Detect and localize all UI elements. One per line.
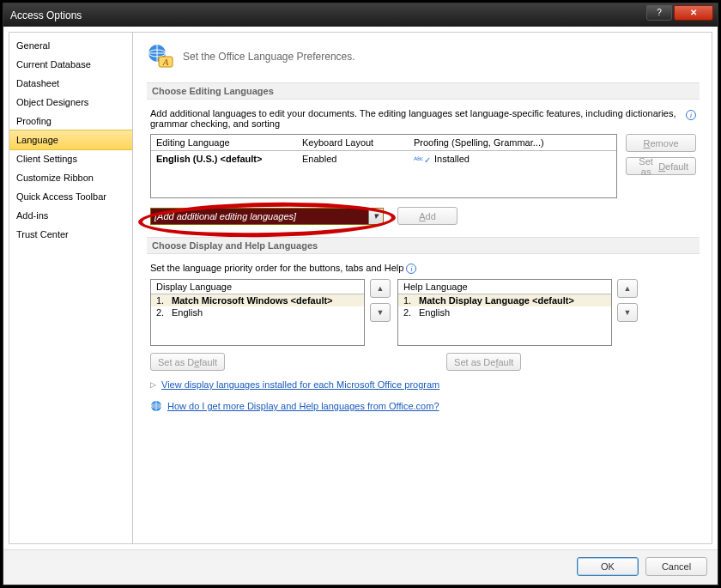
help-language-list[interactable]: Help Language 1. Match Display Language … (397, 279, 612, 346)
chevron-up-icon: ▲ (377, 284, 385, 293)
list-item[interactable]: 2. English (151, 306, 364, 318)
set-default-button[interactable]: Set as Default (626, 157, 696, 175)
info-icon[interactable]: i (686, 110, 696, 120)
sidebar-item-label: Proofing (16, 116, 52, 126)
list-item-text: Match Display Language <default> (419, 295, 574, 306)
section-display-help-head: Choose Display and Help Languages (147, 237, 700, 254)
sidebar-item-label: General (16, 40, 50, 51)
display-help-description: Set the language priority order for the … (147, 263, 700, 279)
display-language-list[interactable]: Display Language 1. Match Microsoft Wind… (150, 279, 365, 346)
sidebar-item-label: Customize Ribbon (16, 173, 94, 183)
table-header: Editing Language Keyboard Layout Proofin… (151, 135, 616, 151)
sidebar-item-label: Trust Center (16, 229, 69, 239)
section-editing-languages-head: Choose Editing Languages (147, 82, 700, 100)
sidebar-item-quick-access-toolbar[interactable]: Quick Access Toolbar (9, 187, 132, 206)
set-default-help-button[interactable]: Set as Default (446, 353, 521, 371)
list-item-num: 1. (156, 295, 172, 306)
dialog-footer: OK Cancel (3, 549, 718, 585)
sidebar-item-datasheet[interactable]: Datasheet (9, 74, 132, 93)
sidebar-item-proofing[interactable]: Proofing (9, 112, 132, 130)
table-row[interactable]: English (U.S.) <default> Enabled ᴬᴮᶜ✓Ins… (151, 151, 616, 167)
list-item[interactable]: 2. English (398, 306, 611, 318)
sidebar-item-customize-ribbon[interactable]: Customize Ribbon (9, 168, 132, 187)
dialog-body: General Current Database Datasheet Objec… (3, 27, 718, 549)
list-item[interactable]: 1. Match Microsoft Windows <default> (151, 294, 364, 306)
list-item-text: English (419, 307, 450, 318)
sidebar-item-object-designers[interactable]: Object Designers (9, 93, 132, 112)
page-heading: A Set the Office Language Preferences. (147, 38, 700, 82)
sidebar-item-label: Current Database (16, 59, 91, 70)
editing-languages-table[interactable]: Editing Language Keyboard Layout Proofin… (150, 134, 617, 198)
sidebar-item-label: Add-ins (16, 210, 48, 221)
sidebar-item-label: Quick Access Toolbar (16, 191, 106, 202)
move-up-button[interactable]: ▲ (370, 279, 391, 298)
cell-proofing: ᴬᴮᶜ✓Installed (409, 151, 616, 167)
sidebar-item-trust-center[interactable]: Trust Center (9, 225, 132, 244)
view-display-languages-link[interactable]: View display languages installed for eac… (161, 379, 439, 390)
close-button[interactable]: ✕ (674, 5, 713, 21)
ok-label: OK (601, 561, 615, 572)
svg-text:A: A (162, 57, 169, 67)
cancel-button[interactable]: Cancel (645, 557, 707, 576)
set-default-label: Set as De (454, 357, 495, 367)
help-language-header: Help Language (398, 280, 611, 294)
remove-label-rest: emove (650, 138, 678, 149)
main-panel: A Set the Office Language Preferences. C… (133, 32, 712, 544)
set-default-display-button[interactable]: Set as Default (150, 353, 225, 371)
col-keyboard-layout: Keyboard Layout (297, 135, 409, 150)
set-default-label-rest: fault (199, 357, 217, 367)
set-default-label: Set as (633, 156, 658, 177)
remove-button[interactable]: Remove (626, 134, 696, 152)
list-item-text: Match Microsoft Windows <default> (172, 295, 333, 306)
help-button[interactable]: ? (646, 5, 672, 21)
sidebar-item-current-database[interactable]: Current Database (9, 55, 132, 74)
move-up-button[interactable]: ▲ (617, 279, 638, 298)
move-down-button[interactable]: ▼ (370, 303, 391, 322)
sidebar-item-label: Language (16, 135, 58, 145)
cell-proofing-text: Installed (434, 154, 470, 164)
chevron-down-icon[interactable]: ▾ (368, 209, 383, 224)
add-language-dropdown[interactable]: [Add additional editing languages] ▾ (150, 208, 384, 225)
cell-language: English (U.S.) <default> (151, 151, 297, 167)
display-language-header: Display Language (151, 280, 364, 294)
add-mnemonic: A (419, 211, 425, 221)
description-text: Add additional languages to edit your do… (150, 108, 676, 129)
description-text: Set the language priority order for the … (150, 263, 403, 273)
triangle-right-icon: ▷ (150, 380, 156, 389)
list-item-num: 2. (156, 307, 172, 318)
ok-button[interactable]: OK (577, 557, 639, 576)
remove-label: R (644, 138, 651, 149)
list-item-num: 2. (403, 307, 419, 318)
col-proofing: Proofing (Spelling, Grammar...) (409, 135, 616, 150)
sidebar-item-general[interactable]: General (9, 36, 132, 55)
sidebar-item-label: Client Settings (16, 154, 77, 164)
globe-icon (150, 400, 162, 412)
add-label-rest: dd (426, 211, 436, 221)
sidebar: General Current Database Datasheet Objec… (9, 32, 133, 544)
titlebar: Access Options ? ✕ (3, 3, 718, 27)
sidebar-item-add-ins[interactable]: Add-ins (9, 206, 132, 225)
combo-text: [Add additional editing languages] (154, 211, 296, 221)
sidebar-item-client-settings[interactable]: Client Settings (9, 149, 132, 168)
cancel-label: Cancel (662, 561, 691, 572)
chevron-up-icon: ▲ (624, 284, 632, 293)
set-default-label-rest: efault (665, 161, 688, 172)
list-item[interactable]: 1. Match Display Language <default> (398, 294, 611, 306)
abc-check-icon: ᴬᴮᶜ✓ (414, 155, 431, 165)
col-editing-language: Editing Language (151, 135, 297, 150)
set-default-label: Set as D (158, 357, 194, 367)
move-down-button[interactable]: ▼ (617, 303, 638, 322)
page-title: Set the Office Language Preferences. (183, 51, 355, 63)
chevron-down-icon: ▼ (624, 308, 632, 317)
language-globe-icon: A (147, 43, 174, 70)
list-item-text: English (172, 307, 203, 318)
chevron-down-icon: ▼ (377, 308, 385, 317)
sidebar-item-label: Object Designers (16, 97, 88, 107)
sidebar-item-label: Datasheet (16, 78, 59, 88)
set-default-label-rest: ault (498, 357, 513, 367)
sidebar-item-language[interactable]: Language (9, 130, 132, 150)
get-languages-link[interactable]: How do I get more Display and Help langu… (167, 401, 439, 411)
add-button[interactable]: Add (397, 207, 457, 225)
editing-languages-description: i Add additional languages to edit your … (147, 108, 700, 134)
info-icon[interactable]: i (406, 264, 416, 274)
